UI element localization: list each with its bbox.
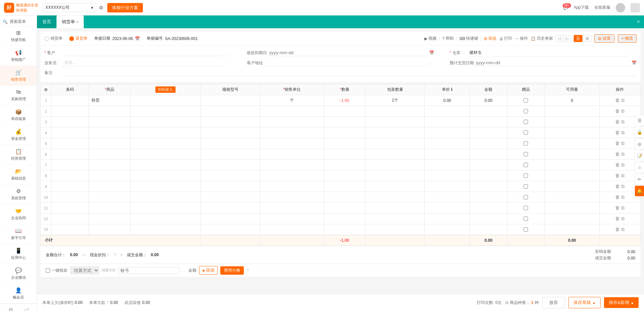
gift-checkbox-10[interactable] [524,206,528,210]
cell-amount-0[interactable]: 0.00 [470,95,507,106]
sidebar-item-marketing[interactable]: 📢 营销推广 [0,46,37,66]
cell-unit-9[interactable] [260,192,324,203]
list-view-btn[interactable]: ☰ [574,35,582,42]
sidebar-item-purchase[interactable]: 🛍 采购管理 [0,86,37,105]
cell-unit-price-6[interactable] [425,160,470,170]
cell-product-3[interactable] [89,127,130,138]
cell-pkg-qty-6[interactable] [365,160,424,170]
right-panel-btn-3[interactable]: ◎ [635,138,644,149]
cell-spec-10[interactable] [201,203,260,213]
cell-unit-price-7[interactable] [425,170,470,181]
delete-icon-5[interactable]: 🗑 [615,151,620,157]
cell-gift-6[interactable] [507,160,544,170]
prev-record-btn[interactable]: ◁ [556,35,563,42]
cell-spec-8[interactable] [201,181,260,192]
gift-checkbox-0[interactable] [524,98,528,103]
discard-btn[interactable]: 放弃 [542,297,565,308]
grid-view-btn[interactable]: ⊞ [583,35,592,42]
delete-icon-0[interactable]: 🗑 [615,98,620,103]
th-settings[interactable]: ⚙ [41,84,51,95]
cell-qty-9[interactable] [324,192,365,203]
experience-btn[interactable]: 体验行业方案 [107,3,143,12]
cell-qty-2[interactable] [324,117,365,127]
cell-gift-7[interactable] [507,170,544,181]
delete-icon-4[interactable]: 🗑 [615,141,620,146]
cell-qty-4[interactable] [324,138,365,149]
warehouse-dots[interactable]: ... [631,50,634,55]
cell-unit-price-9[interactable] [425,192,470,203]
tab-close-icon[interactable]: × [76,20,78,24]
gift-checkbox-6[interactable] [524,163,528,167]
sidebar-settings-icon[interactable]: ⚙ [8,307,13,311]
cell-unit-0[interactable]: 个 [260,95,324,106]
cell-qty-6[interactable] [324,160,365,170]
message-icon[interactable]: 💬 99+ [563,5,568,10]
product-type-icon[interactable]: ⊙ [505,300,508,305]
help-btn[interactable]: ? 帮助 [442,36,454,41]
cell-barcode-7[interactable] [51,170,89,181]
copy-icon-0[interactable]: ⧉ [621,98,624,103]
cell-barcode-11[interactable] [51,213,89,224]
copy-icon-1[interactable]: ⧉ [621,108,624,114]
cell-barcode-5[interactable] [51,149,89,160]
one-click-payment-label[interactable]: 一键收款 [46,268,68,273]
cell-product-5[interactable] [89,149,130,160]
cell-barcode-0[interactable] [51,95,89,106]
cell-unit-3[interactable] [260,127,324,138]
cell-pkg-qty-2[interactable] [365,117,424,127]
right-panel-btn-6[interactable]: ✏ [635,173,644,185]
cell-pkg-qty-0[interactable]: 1个 [365,95,424,106]
save-new-btn[interactable]: 保存&新增 ▲ [604,297,639,308]
cell-pkg-qty-8[interactable] [365,181,424,192]
copy-icon-8[interactable]: ⧉ [621,184,624,189]
cell-unit-price-2[interactable] [425,117,470,127]
cell-gift-10[interactable] [507,203,544,213]
cell-gift-11[interactable] [507,213,544,224]
online-support-link[interactable]: 在线客服 [594,5,610,10]
sidebar-item-member[interactable]: 👤 畅会员 [0,284,37,304]
next-record-btn[interactable]: ▷ [564,35,571,42]
gift-checkbox-1[interactable] [524,109,528,113]
expected-date-calendar-icon[interactable]: 📅 [632,61,637,65]
cell-unit-price-12[interactable] [425,224,470,235]
one-click-payment-checkbox[interactable] [46,268,50,273]
right-panel-btn-5[interactable]: ☆ [635,162,644,173]
cell-gift-3[interactable] [507,127,544,138]
shortcut-btn[interactable]: ⌨ 快捷键 [459,36,478,41]
cell-barcode-10[interactable] [51,203,89,213]
sidebar-item-inventory[interactable]: 📦 库存核算 [0,105,37,125]
cell-qty-11[interactable] [324,213,365,224]
user-avatar[interactable] [616,3,625,12]
scan-btn[interactable]: 扫码录入 [155,86,176,93]
cell-unit-6[interactable] [260,160,324,170]
cell-spec-6[interactable] [201,160,260,170]
cell-product-10[interactable] [89,203,130,213]
cell-barcode-12[interactable] [51,224,89,235]
cell-gift-8[interactable] [507,181,544,192]
cell-qty-3[interactable] [324,127,365,138]
save-draft-btn[interactable]: 保存草稿 ▲ [568,297,601,308]
cell-unit-10[interactable] [260,203,324,213]
delete-icon-9[interactable]: 🗑 [615,194,620,200]
address-input[interactable] [265,60,425,66]
cell-amount-8[interactable] [470,181,507,192]
cell-unit-price-1[interactable] [425,106,470,117]
salesperson-input[interactable]: 选择... [63,59,223,67]
gift-checkbox-5[interactable] [524,152,528,156]
payment-account-input[interactable] [118,267,180,274]
settings-btn[interactable]: ⚙ 设置 [594,34,614,43]
delete-icon-6[interactable]: 🗑 [615,162,620,168]
sidebar-item-finance[interactable]: 💰 资金管理 [0,125,37,145]
cell-spec-5[interactable] [201,149,260,160]
gift-checkbox-11[interactable] [524,217,528,221]
th-scan[interactable]: 扫码录入 [130,84,201,95]
cell-product-8[interactable] [89,181,130,192]
cell-amount-4[interactable] [470,138,507,149]
tab-fullscreen-close-icon[interactable]: × [637,19,640,25]
cell-barcode-2[interactable] [51,117,89,127]
cell-pkg-qty-4[interactable] [365,138,424,149]
cell-spec-11[interactable] [201,213,260,224]
delete-icon-11[interactable]: 🗑 [615,216,620,222]
cell-gift-12[interactable] [507,224,544,235]
cell-product-0[interactable]: 拆货 [89,95,130,106]
